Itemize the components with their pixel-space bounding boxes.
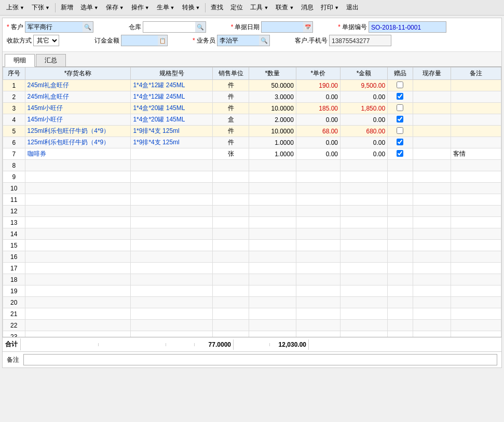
cell-spec[interactable] [131,331,213,337]
cell-unit[interactable] [213,297,249,308]
cell-qty[interactable] [249,228,296,240]
customer-input-wrapper[interactable]: 🔍 [25,21,93,33]
cell-spec[interactable]: 1*9排*4支 125ml [131,126,213,137]
warehouse-input[interactable] [143,22,195,32]
cell-amount[interactable] [340,251,387,263]
cell-note[interactable] [451,171,501,183]
cell-qty[interactable] [249,206,296,217]
note-input[interactable] [23,354,497,365]
cell-unit[interactable]: 盒 [213,114,249,126]
cell-note[interactable] [451,103,501,114]
cell-note[interactable] [451,308,501,320]
gift-checkbox[interactable] [397,127,403,134]
gift-checkbox[interactable] [397,139,403,145]
cell-name[interactable] [25,274,131,285]
cell-unit[interactable] [213,240,249,251]
gift-checkbox[interactable] [397,93,403,100]
cell-qty[interactable] [249,251,296,263]
table-row[interactable]: 14 [3,228,501,240]
cell-qty[interactable]: 2.0000 [249,114,296,126]
cell-spec[interactable]: 1*4盒*12罐 245ML [131,91,213,103]
cell-amount[interactable] [340,320,387,331]
cell-note[interactable] [451,206,501,217]
table-row[interactable]: 1 245ml礼盒旺仔 1*4盒*12罐 245ML 件 50.0000 190… [3,80,501,91]
cell-spec[interactable] [131,206,213,217]
cell-name[interactable] [25,251,131,263]
btn-add[interactable]: 新增 [58,2,76,13]
cell-note[interactable] [451,320,501,331]
table-row[interactable]: 12 [3,206,501,217]
cell-note[interactable] [451,251,501,263]
cell-spec[interactable]: 1*4盒*12罐 245ML [131,80,213,91]
cell-amount[interactable]: 680.00 [340,126,387,137]
cell-qty[interactable]: 3.0000 [249,91,296,103]
cell-note[interactable] [451,114,501,126]
cell-price[interactable]: 68.00 [296,126,340,137]
table-row[interactable]: 3 145ml小旺仔 1*4盒*20罐 145ML 件 10.0000 185.… [3,103,501,114]
cell-unit[interactable] [213,285,249,297]
cell-price[interactable] [296,206,340,217]
cell-amount[interactable]: 0.00 [340,148,387,160]
cell-spec[interactable]: 1*9排*4支 125ml [131,137,213,148]
cell-qty[interactable] [249,320,296,331]
table-row[interactable]: 11 [3,194,501,206]
cell-note[interactable] [451,263,501,274]
salesperson-search-icon[interactable]: 🔍 [259,35,269,46]
cell-qty[interactable] [249,194,296,206]
cell-name[interactable] [25,263,131,274]
cell-note[interactable] [451,331,501,337]
cell-amount[interactable] [340,285,387,297]
cell-amount[interactable] [340,206,387,217]
cell-note[interactable] [451,297,501,308]
cell-amount[interactable] [340,171,387,183]
table-row[interactable]: 8 [3,160,501,171]
cell-qty[interactable]: 10.0000 [249,126,296,137]
cell-price[interactable] [296,263,340,274]
cell-unit[interactable]: 张 [213,148,249,160]
cell-note[interactable] [451,126,501,137]
cell-name[interactable] [25,194,131,206]
table-row[interactable]: 17 [3,263,501,274]
gift-checkbox[interactable] [397,116,403,122]
cell-price[interactable] [296,251,340,263]
cell-name[interactable]: 245ml礼盒旺仔 [25,91,131,103]
customer-input[interactable] [25,22,83,32]
cell-spec[interactable] [131,297,213,308]
cell-qty[interactable]: 10.0000 [249,103,296,114]
tab-summary[interactable]: 汇总 [36,54,66,66]
table-row[interactable]: 22 [3,320,501,331]
cell-price[interactable] [296,183,340,194]
salesperson-input[interactable] [217,35,259,46]
btn-operate[interactable]: 操作 ▼ [128,2,153,13]
cell-price[interactable]: 0.00 [296,91,340,103]
table-row[interactable]: 7 咖啡券 张 1.0000 0.00 0.00 客情 [3,148,501,160]
warehouse-search-icon[interactable]: 🔍 [195,22,206,32]
cell-name[interactable] [25,160,131,171]
btn-generate[interactable]: 生单 ▼ [154,2,178,13]
cell-unit[interactable] [213,274,249,285]
btn-select[interactable]: 选单 ▼ [77,2,102,13]
btn-prev[interactable]: 上张 ▼ [3,2,28,13]
cell-price[interactable] [296,331,340,337]
deposit-picker-icon[interactable]: 📋 [158,35,167,46]
gift-checkbox[interactable] [397,104,403,111]
table-row[interactable]: 9 [3,171,501,183]
cell-spec[interactable] [131,263,213,274]
cell-name[interactable]: 125ml利乐包旺仔牛奶（4*9） [25,137,131,148]
btn-tools[interactable]: 工具 ▼ [247,2,271,13]
cell-amount[interactable] [340,217,387,228]
cell-amount[interactable] [340,194,387,206]
deposit-input-wrapper[interactable]: 0.00 📋 [121,35,168,46]
cell-qty[interactable] [249,331,296,337]
cell-unit[interactable] [213,206,249,217]
cell-price[interactable] [296,228,340,240]
cell-amount[interactable]: 0.00 [340,114,387,126]
cell-spec[interactable] [131,285,213,297]
cell-qty[interactable]: 1.0000 [249,148,296,160]
gift-checkbox[interactable] [397,150,403,157]
cell-amount[interactable]: 9,500.00 [340,80,387,91]
cell-unit[interactable] [213,251,249,263]
cell-unit[interactable] [213,217,249,228]
cell-price[interactable]: 0.00 [296,148,340,160]
salesperson-input-wrapper[interactable]: 🔍 [217,35,270,46]
